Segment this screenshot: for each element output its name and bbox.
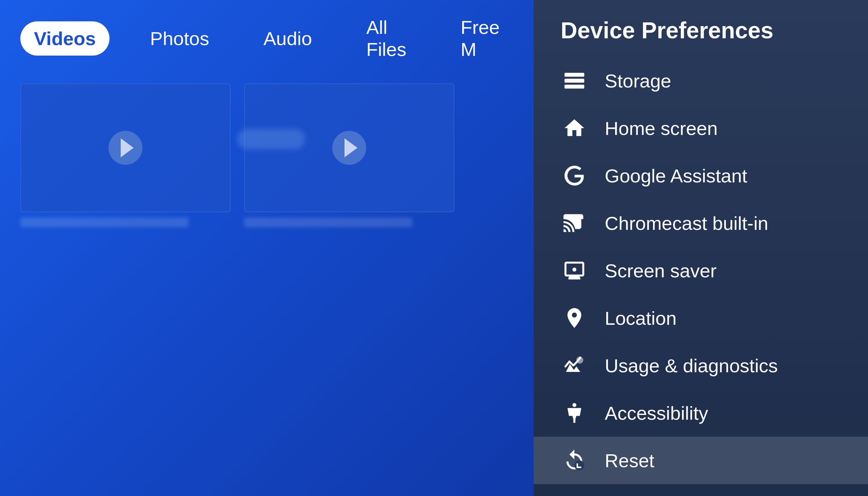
location-icon	[561, 305, 588, 331]
video-label-2	[244, 218, 412, 227]
svg-point-7	[574, 461, 584, 470]
svg-rect-2	[564, 85, 584, 89]
menu-item-chromecast[interactable]: Chromecast built-in	[534, 199, 868, 247]
menu-item-home-screen[interactable]: Home screen	[534, 105, 868, 152]
video-card-1[interactable]	[20, 83, 231, 227]
tab-photos[interactable]: Photos	[137, 21, 223, 56]
diagnostics-icon	[561, 352, 588, 379]
play-icon-1	[108, 131, 142, 165]
svg-point-4	[572, 403, 576, 407]
nav-tabs: Videos Photos Audio All Files Free M	[0, 0, 534, 77]
storage-icon	[561, 67, 588, 94]
menu-item-storage[interactable]: Storage	[534, 57, 868, 105]
video-label-1	[20, 218, 188, 227]
menu-item-accessibility[interactable]: Accessibility	[534, 389, 868, 437]
menu-label-chromecast: Chromecast built-in	[605, 212, 768, 234]
svg-rect-0	[564, 73, 584, 77]
faint-decoration	[237, 129, 305, 149]
play-triangle-1	[121, 138, 134, 157]
menu-label-location: Location	[605, 307, 677, 329]
cast-icon	[561, 210, 588, 237]
main-container: Videos Photos Audio All Files Free M	[0, 0, 868, 496]
svg-rect-1	[564, 79, 584, 83]
tab-videos[interactable]: Videos	[20, 21, 109, 56]
menu-label-home-screen: Home screen	[605, 117, 718, 139]
menu-item-usage-diagnostics[interactable]: Usage & diagnostics	[534, 342, 868, 389]
menu-label-reset: Reset	[605, 450, 654, 471]
home-icon	[561, 114, 588, 142]
tab-audio[interactable]: Audio	[250, 21, 326, 56]
screen-saver-icon	[561, 257, 588, 284]
video-card-2[interactable]	[244, 83, 454, 227]
menu-item-location[interactable]: Location	[534, 294, 868, 342]
accessibility-icon	[561, 399, 588, 427]
play-triangle-2	[344, 138, 357, 157]
tab-free-m[interactable]: Free M	[447, 10, 513, 66]
menu-label-storage: Storage	[605, 70, 671, 92]
svg-point-3	[572, 267, 576, 272]
menu-item-reset[interactable]: Reset	[534, 437, 868, 484]
menu-item-google-assistant[interactable]: Google Assistant	[534, 152, 868, 199]
menu-label-google-assistant: Google Assistant	[605, 165, 747, 187]
video-grid	[0, 77, 534, 234]
menu-label-accessibility: Accessibility	[605, 402, 708, 424]
reset-icon	[561, 447, 588, 474]
google-icon	[561, 162, 588, 189]
menu-item-screen-saver[interactable]: Screen saver	[534, 247, 868, 294]
sidebar-title: Device Preferences	[534, 0, 868, 57]
play-icon-2	[332, 131, 366, 165]
menu-label-screen-saver: Screen saver	[605, 260, 717, 282]
menu-label-usage-diagnostics: Usage & diagnostics	[605, 355, 778, 377]
tab-all-files[interactable]: All Files	[353, 10, 420, 66]
video-thumbnail-1	[20, 83, 231, 212]
content-area: Videos Photos Audio All Files Free M	[0, 0, 534, 496]
device-preferences-sidebar: Device Preferences Storage Home screen	[534, 0, 868, 496]
